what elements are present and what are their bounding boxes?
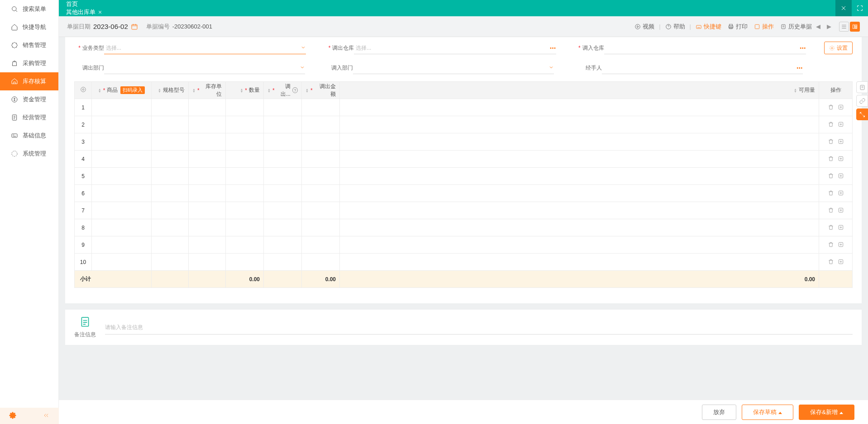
- add-row-icon[interactable]: [837, 240, 845, 249]
- close-icon[interactable]: ×: [98, 9, 102, 16]
- business-type-input[interactable]: [104, 42, 306, 54]
- fullscreen-button[interactable]: [852, 0, 868, 16]
- col-unit[interactable]: *库存单位: [189, 82, 226, 99]
- col-product[interactable]: *商品扫码录入: [92, 82, 152, 99]
- shortcut-link[interactable]: 快捷键: [696, 23, 721, 31]
- delete-icon[interactable]: [827, 223, 835, 231]
- in-store-field: *调入仓库 •••: [574, 42, 806, 54]
- sidebar-item-7[interactable]: 基础信息: [0, 127, 58, 145]
- operate-link[interactable]: 操作: [754, 23, 774, 31]
- svg-rect-10: [730, 24, 733, 26]
- sidebar-item-8[interactable]: 系统管理: [0, 145, 58, 163]
- history-link[interactable]: 历史单据: [780, 23, 812, 31]
- table-row[interactable]: 1: [75, 99, 853, 116]
- handler-field: 经手人 •••: [572, 61, 803, 74]
- collapse-icon[interactable]: [43, 412, 50, 420]
- gear-icon[interactable]: [9, 412, 16, 420]
- prev-arrow[interactable]: ◀: [814, 22, 823, 31]
- table-row[interactable]: 4: [75, 151, 853, 168]
- add-row-icon[interactable]: [837, 206, 845, 214]
- svg-rect-6: [132, 24, 137, 29]
- add-row-icon[interactable]: [837, 103, 845, 111]
- sidebar-item-6[interactable]: 经营管理: [0, 108, 58, 127]
- view-grid-icon[interactable]: [850, 22, 860, 32]
- sidebar-item-label: 销售管理: [23, 41, 46, 49]
- table-row[interactable]: 9: [75, 236, 853, 254]
- close-tab-button[interactable]: [835, 0, 852, 16]
- add-row-icon[interactable]: [837, 172, 845, 180]
- table-row[interactable]: 3: [75, 133, 853, 151]
- add-row-icon[interactable]: [837, 155, 845, 163]
- scan-tag[interactable]: 扫码录入: [120, 86, 145, 94]
- calendar-icon[interactable]: [131, 23, 138, 30]
- more-icon[interactable]: •••: [796, 66, 803, 71]
- video-link[interactable]: 视频: [634, 23, 654, 31]
- col-outamount[interactable]: *调出金额: [302, 82, 340, 99]
- tool-expand-icon[interactable]: [856, 108, 868, 120]
- info-icon[interactable]: ?: [292, 87, 298, 93]
- add-row-icon[interactable]: [837, 137, 845, 146]
- date-label: 单据日期: [67, 23, 91, 31]
- sidebar-item-1[interactable]: 快捷导航: [0, 18, 58, 36]
- discard-button[interactable]: 放弃: [702, 405, 736, 420]
- next-arrow[interactable]: ▶: [825, 22, 834, 31]
- col-qty[interactable]: *数量: [226, 82, 264, 99]
- in-dept-field: 调入部门: [323, 61, 554, 74]
- handler-input[interactable]: [602, 61, 803, 74]
- sidebar-item-3[interactable]: 采购管理: [0, 54, 58, 72]
- table-row[interactable]: 6: [75, 185, 853, 202]
- delete-icon[interactable]: [827, 258, 835, 266]
- table-row[interactable]: 8: [75, 219, 853, 236]
- more-icon[interactable]: •••: [550, 46, 556, 51]
- delete-icon[interactable]: [827, 240, 835, 249]
- remark-input[interactable]: [105, 320, 853, 334]
- delete-icon[interactable]: [827, 206, 835, 214]
- delete-icon[interactable]: [827, 155, 835, 163]
- in-store-input[interactable]: [604, 42, 806, 54]
- delete-icon[interactable]: [827, 103, 835, 111]
- svg-rect-16: [855, 24, 857, 25]
- save-draft-button[interactable]: 保存草稿: [742, 405, 793, 420]
- in-dept-input[interactable]: [353, 61, 554, 74]
- chevron-down-icon[interactable]: [300, 45, 306, 51]
- tool-link-icon[interactable]: [856, 95, 868, 107]
- print-link[interactable]: 打印: [728, 23, 748, 31]
- settings-button[interactable]: 设置: [824, 42, 853, 54]
- col-spec[interactable]: 规格型号: [152, 82, 189, 99]
- out-dept-input[interactable]: [104, 61, 305, 74]
- table-row[interactable]: 7: [75, 202, 853, 219]
- table-row[interactable]: 5: [75, 168, 853, 185]
- note-icon: [79, 316, 91, 329]
- out-store-input[interactable]: [354, 42, 556, 54]
- tool-doc-icon[interactable]: [856, 81, 868, 93]
- chevron-down-icon[interactable]: [300, 65, 305, 71]
- delete-icon[interactable]: [827, 120, 835, 128]
- sidebar-item-2[interactable]: 销售管理: [0, 36, 58, 54]
- svg-rect-14: [782, 24, 785, 28]
- more-icon[interactable]: •••: [800, 46, 806, 51]
- add-row-icon[interactable]: [837, 223, 845, 231]
- col-gear[interactable]: [75, 82, 92, 99]
- side-tools: [856, 81, 868, 120]
- sidebar-item-5[interactable]: 资金管理: [0, 90, 58, 108]
- delete-icon[interactable]: [827, 137, 835, 146]
- tab-1[interactable]: 其他出库单×: [59, 8, 109, 16]
- sidebar-item-4[interactable]: 库存核算: [0, 72, 58, 90]
- tab-0[interactable]: 首页: [59, 0, 109, 8]
- date-value[interactable]: 2023-06-02: [93, 23, 128, 30]
- table-row[interactable]: 10: [75, 254, 853, 271]
- save-new-button[interactable]: 保存&新增: [799, 405, 854, 420]
- view-list-icon[interactable]: [839, 22, 849, 32]
- content-area: *业务类型 *调出仓库 ••• *调入仓库 ••• 设置 调出部门: [59, 37, 868, 424]
- sidebar-item-0[interactable]: 搜索菜单: [0, 0, 58, 18]
- add-row-icon[interactable]: [837, 189, 845, 197]
- col-available[interactable]: 可用量: [340, 82, 819, 99]
- chevron-down-icon[interactable]: [548, 65, 554, 71]
- col-outx[interactable]: *调出...?: [264, 82, 302, 99]
- table-row[interactable]: 2: [75, 116, 853, 133]
- add-row-icon[interactable]: [837, 120, 845, 128]
- delete-icon[interactable]: [827, 172, 835, 180]
- help-link[interactable]: 帮助: [665, 23, 685, 31]
- delete-icon[interactable]: [827, 189, 835, 197]
- add-row-icon[interactable]: [837, 258, 845, 266]
